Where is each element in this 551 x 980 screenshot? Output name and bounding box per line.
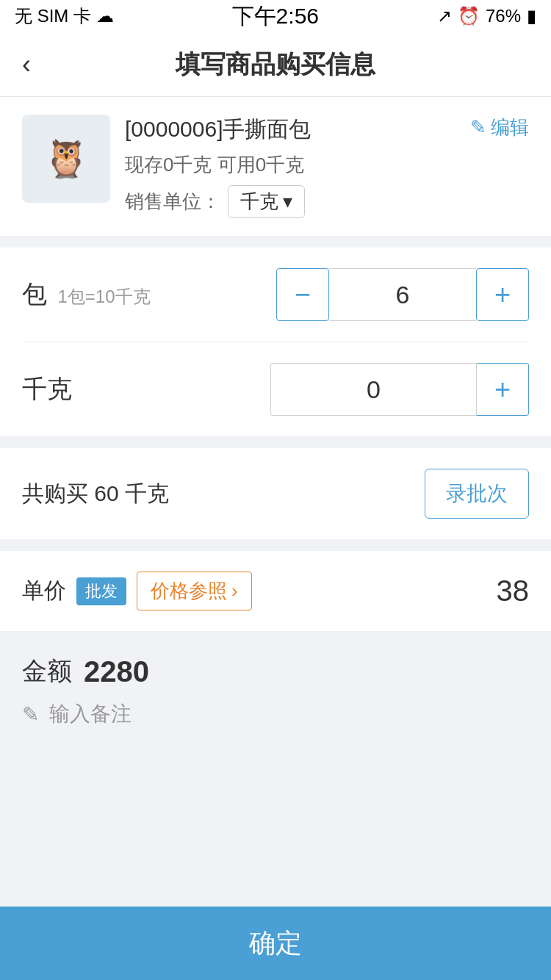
- product-info: [0000006]手撕面包 ✎ 编辑 现存0千克 可用0千克 销售单位： 千克 …: [125, 115, 529, 218]
- remark-placeholder: 输入备注: [49, 700, 132, 728]
- amount-section: 金额 2280 ✎ 输入备注: [0, 634, 551, 743]
- chevron-down-icon: ▾: [283, 190, 292, 213]
- product-logo: 🦉: [43, 137, 89, 180]
- unit-value: 千克: [240, 189, 278, 215]
- battery-label: 76%: [486, 6, 521, 26]
- quantity-row-pack: 包 1包=10千克 − +: [22, 248, 529, 342]
- edit-button[interactable]: ✎ 编辑: [470, 115, 529, 140]
- price-ref-label: 价格参照: [151, 578, 227, 604]
- sim-label: 无 SIM 卡 ☁: [15, 4, 114, 28]
- summary-amount: 60: [94, 481, 125, 505]
- pack-input[interactable]: [329, 268, 476, 321]
- alarm-icon: ⏰: [458, 6, 480, 26]
- page-title: 填写商品购买信息: [176, 48, 375, 82]
- amount-value: 2280: [84, 655, 149, 688]
- pack-hint: 1包=10千克: [57, 287, 150, 306]
- edit-icon: ✎: [470, 116, 486, 139]
- summary-section: 共购买 60 千克 录批次: [0, 448, 551, 539]
- unit-select[interactable]: 千克 ▾: [228, 185, 305, 218]
- quantity-section: 包 1包=10千克 − + 千克 +: [0, 248, 551, 436]
- summary-unit: 千克: [125, 481, 169, 505]
- product-image: 🦉: [22, 115, 110, 203]
- remark-row[interactable]: ✎ 输入备注: [22, 700, 529, 743]
- confirm-button[interactable]: 确定: [0, 907, 551, 980]
- batch-button[interactable]: 录批次: [425, 469, 529, 519]
- status-right: ↗ ⏰ 76% ▮: [437, 6, 536, 26]
- status-time: 下午2:56: [232, 1, 319, 32]
- nav-bar: ‹ 填写商品购买信息: [0, 32, 551, 97]
- back-button[interactable]: ‹: [22, 49, 31, 80]
- product-stock: 现存0千克 可用0千克: [125, 152, 529, 178]
- pack-minus-button[interactable]: −: [276, 268, 329, 321]
- price-value: 38: [497, 574, 530, 608]
- product-unit-row: 销售单位： 千克 ▾: [125, 185, 529, 218]
- kg-controls: +: [270, 363, 529, 416]
- status-bar: 无 SIM 卡 ☁ 下午2:56 ↗ ⏰ 76% ▮: [0, 0, 551, 32]
- price-ref-button[interactable]: 价格参照 ›: [137, 572, 252, 610]
- product-name: [0000006]手撕面包: [125, 115, 311, 145]
- location-icon: ↗: [437, 6, 452, 26]
- summary-text: 共购买 60 千克: [22, 479, 169, 509]
- amount-row: 金额 2280: [22, 655, 529, 688]
- unit-label: 销售单位：: [125, 189, 220, 215]
- price-tag: 批发: [76, 577, 126, 605]
- product-card: 🦉 [0000006]手撕面包 ✎ 编辑 现存0千克 可用0千克 销售单位： 千…: [0, 97, 551, 236]
- kg-input[interactable]: [270, 363, 476, 416]
- status-left: 无 SIM 卡 ☁: [15, 4, 114, 28]
- battery-icon: ▮: [527, 6, 536, 26]
- price-ref-arrow: ›: [231, 580, 238, 602]
- pack-controls: − +: [276, 268, 529, 321]
- pack-plus-button[interactable]: +: [476, 268, 529, 321]
- amount-label: 金额: [22, 655, 72, 688]
- price-section: 单价 批发 价格参照 › 38: [0, 551, 551, 631]
- price-label: 单价: [22, 576, 66, 606]
- price-label-row: 单价 批发 价格参照 ›: [22, 572, 252, 610]
- pack-label: 包: [22, 280, 47, 308]
- kg-label: 千克: [22, 372, 72, 406]
- quantity-row-kg: 千克 +: [22, 342, 529, 436]
- summary-prefix: 共购买: [22, 481, 88, 505]
- edit-label: 编辑: [491, 115, 529, 140]
- pack-label-group: 包 1包=10千克: [22, 278, 151, 311]
- pencil-icon: ✎: [22, 702, 39, 727]
- spacer: [0, 743, 551, 907]
- kg-plus-button[interactable]: +: [476, 363, 529, 416]
